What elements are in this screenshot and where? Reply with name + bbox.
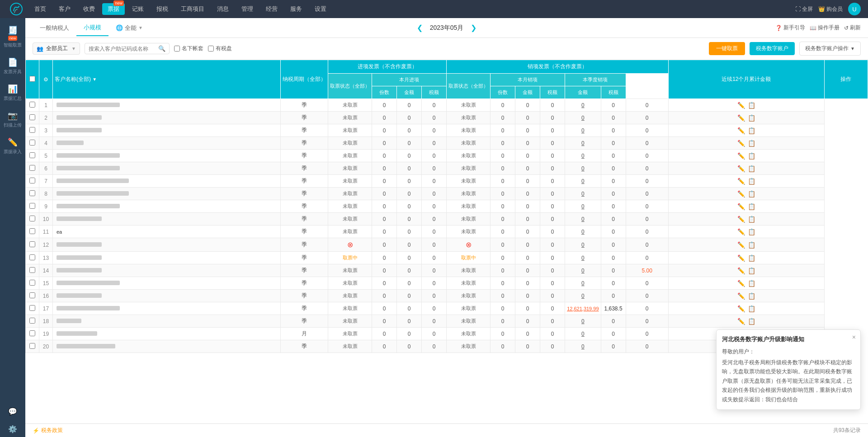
- row-select[interactable]: [29, 178, 35, 183]
- date-prev-btn[interactable]: ❮: [414, 23, 425, 33]
- row-edit-icon[interactable]: ✏️: [737, 216, 745, 223]
- nav-accounting[interactable]: 记账: [127, 3, 149, 15]
- row-select[interactable]: [29, 216, 35, 221]
- row-select[interactable]: [29, 267, 35, 273]
- row-select[interactable]: [29, 228, 35, 234]
- sidebar-item-invoice-open[interactable]: 📄 发票开具: [0, 54, 25, 79]
- nav-manage[interactable]: 管理: [236, 3, 259, 15]
- row-copy-icon[interactable]: 📋: [748, 318, 755, 325]
- row-copy-icon[interactable]: 📋: [748, 241, 755, 249]
- row-select[interactable]: [29, 343, 35, 349]
- row-edit-icon[interactable]: ✏️: [737, 203, 745, 210]
- fullscreen-btn[interactable]: ⛶ 全屏: [795, 5, 813, 13]
- row-select[interactable]: [29, 305, 35, 311]
- nav-settings[interactable]: 设置: [309, 3, 332, 15]
- row-copy-icon[interactable]: 📋: [748, 292, 755, 300]
- row-edit-icon[interactable]: ✏️: [737, 178, 745, 185]
- tab-all[interactable]: 🌐 全能 ▼: [108, 20, 150, 36]
- row-edit-icon[interactable]: ✏️: [737, 228, 745, 235]
- row-copy-icon[interactable]: 📋: [748, 127, 755, 134]
- row-copy-icon[interactable]: 📋: [748, 216, 755, 223]
- refresh-btn[interactable]: ↺ 刷新: [844, 24, 861, 32]
- checkbox-my-accounts-input[interactable]: [174, 46, 180, 52]
- upgrade-btn[interactable]: 👑 购会员: [818, 5, 843, 13]
- search-input[interactable]: [89, 46, 156, 52]
- row-copy-icon[interactable]: 📋: [748, 203, 755, 210]
- sidebar-item-smart-ticket[interactable]: 🧾 new 智能取票: [0, 22, 25, 52]
- row-copy-icon[interactable]: 📋: [748, 254, 755, 262]
- row-select[interactable]: [29, 280, 35, 286]
- row-copy-icon[interactable]: 📋: [748, 140, 755, 147]
- select-all-checkbox[interactable]: [29, 76, 35, 82]
- settings-icon[interactable]: ⚙: [43, 76, 48, 83]
- row-select[interactable]: [29, 318, 35, 324]
- nav-message[interactable]: 消息: [212, 3, 234, 15]
- row-copy-icon[interactable]: 📋: [748, 114, 755, 122]
- row-copy-icon[interactable]: 📋: [748, 178, 755, 185]
- row-copy-icon[interactable]: 📋: [748, 228, 755, 235]
- employee-select[interactable]: 👥 全部员工 ▼: [33, 42, 80, 55]
- row-copy-icon[interactable]: 📋: [748, 280, 755, 287]
- nav-tax[interactable]: 报税: [151, 3, 174, 15]
- row-select[interactable]: [29, 152, 35, 158]
- row-edit-icon[interactable]: ✏️: [737, 127, 745, 134]
- nav-business[interactable]: 工商项目: [175, 3, 210, 15]
- notification-close-btn[interactable]: ×: [852, 334, 856, 341]
- user-avatar[interactable]: U: [848, 3, 861, 15]
- row-copy-icon[interactable]: 📋: [748, 165, 755, 172]
- row-select[interactable]: [29, 241, 35, 247]
- row-select[interactable]: [29, 165, 35, 171]
- row-copy-icon[interactable]: 📋: [748, 190, 755, 197]
- row-edit-icon[interactable]: ✏️: [737, 190, 745, 197]
- sidebar-item-summary[interactable]: 📊 票据汇总: [0, 80, 25, 105]
- checkbox-has-taxboard[interactable]: 有税盘: [208, 45, 232, 52]
- row-edit-icon[interactable]: ✏️: [737, 318, 745, 325]
- search-button[interactable]: 🔍: [158, 45, 165, 52]
- tax-policy-link[interactable]: ⚡ 税务政策: [33, 427, 63, 434]
- row-edit-icon[interactable]: ✏️: [737, 254, 745, 262]
- date-next-btn[interactable]: ❯: [468, 23, 479, 33]
- tax-digital-account-btn[interactable]: 税务数字账户: [750, 42, 795, 55]
- row-edit-icon[interactable]: ✏️: [737, 140, 745, 147]
- row-edit-icon[interactable]: ✏️: [737, 292, 745, 300]
- one-click-ticket-btn[interactable]: 一键取票: [709, 42, 745, 55]
- row-edit-icon[interactable]: ✏️: [737, 305, 745, 312]
- checkbox-has-taxboard-input[interactable]: [208, 46, 214, 52]
- row-select[interactable]: [29, 114, 35, 120]
- row-select[interactable]: [29, 254, 35, 260]
- nav-invoice[interactable]: 票据 new: [102, 3, 125, 15]
- tab-small-scale[interactable]: 小规模: [76, 20, 108, 36]
- row-edit-icon[interactable]: ✏️: [737, 102, 745, 109]
- nav-operation[interactable]: 经营: [260, 3, 283, 15]
- row-select[interactable]: [29, 330, 35, 336]
- nav-service[interactable]: 服务: [285, 3, 307, 15]
- th-filter-icon[interactable]: ▼: [92, 77, 97, 82]
- row-edit-icon[interactable]: ✏️: [737, 152, 745, 160]
- row-edit-icon[interactable]: ✏️: [737, 267, 745, 274]
- nav-clients[interactable]: 客户: [53, 3, 76, 15]
- row-select[interactable]: [29, 203, 35, 209]
- row-select[interactable]: [29, 102, 35, 108]
- sidebar-item-bottom1[interactable]: 💬: [0, 404, 25, 419]
- row-select[interactable]: [29, 140, 35, 146]
- checkbox-my-accounts[interactable]: 名下帐套: [174, 45, 203, 52]
- new-guide-btn[interactable]: ❓ 新手引导: [775, 24, 805, 32]
- row-edit-icon[interactable]: ✏️: [737, 165, 745, 172]
- tax-digital-account-op-btn[interactable]: 税务数字账户操作 ▼: [799, 42, 861, 56]
- row-copy-icon[interactable]: 📋: [748, 102, 755, 109]
- nav-home[interactable]: 首页: [29, 3, 52, 15]
- row-select[interactable]: [29, 127, 35, 133]
- manual-btn[interactable]: 📖 操作手册: [810, 24, 840, 32]
- row-copy-icon[interactable]: 📋: [748, 305, 755, 312]
- row-select[interactable]: [29, 190, 35, 196]
- sidebar-item-scan[interactable]: 📷 扫描上传: [0, 107, 25, 132]
- sidebar-item-entry[interactable]: ✏️ 票据录入: [0, 134, 25, 159]
- row-copy-icon[interactable]: 📋: [748, 152, 755, 160]
- row-copy-icon[interactable]: 📋: [748, 267, 755, 274]
- row-edit-icon[interactable]: ✏️: [737, 114, 745, 122]
- row-edit-icon[interactable]: ✏️: [737, 241, 745, 249]
- nav-billing[interactable]: 收费: [78, 3, 100, 15]
- row-select[interactable]: [29, 292, 35, 298]
- tab-general[interactable]: 一般纳税人: [33, 20, 76, 36]
- sidebar-item-bottom2[interactable]: ⚙️: [0, 421, 25, 437]
